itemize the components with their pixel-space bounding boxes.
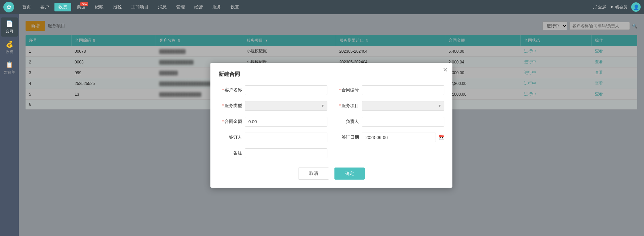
contract-icon: 📄	[6, 20, 13, 28]
form-group-contract-no: *合同编号	[335, 85, 444, 95]
contract-no-label: *合同编号	[335, 87, 359, 93]
form-group-responsible: 负责人	[335, 117, 444, 127]
form-row-1: *客户名称 *合同编号	[218, 85, 444, 95]
form-row-4: 签订人 签订日期 📅	[218, 133, 444, 142]
dialog-title: 新建合同	[218, 71, 444, 78]
app-logo: ✿	[3, 2, 14, 12]
nav-settings[interactable]: 设置	[227, 3, 243, 11]
customer-name-label: *客户名称	[218, 87, 242, 93]
form-group-remark: 备注	[218, 148, 327, 158]
dialog-footer: 取消 确定	[218, 168, 444, 180]
top-nav-right: ⛶ 全屏 ▶ 畅会员 👤	[593, 2, 641, 12]
main-layout: 📄 合同 💰 收费 📋 对账单 新增 服务项目 进行中 已完成 已终止 🔍	[0, 14, 644, 236]
nav-invoice[interactable]: 票据 new	[73, 3, 89, 11]
form-group-service-type: *服务类型 ▼	[218, 101, 327, 111]
responsible-label: 负责人	[335, 119, 359, 125]
form-row-5: 备注	[218, 148, 444, 158]
calendar-icon[interactable]: 📅	[439, 135, 444, 140]
service-type-label: *服务类型	[218, 103, 242, 109]
top-navigation: ✿ 首页 客户 收费 票据 new 记账 报税 工商项目 消息 管理 经营 服务…	[0, 0, 644, 14]
nav-billing[interactable]: 收费	[54, 3, 71, 11]
form-group-signer: 签订人	[218, 133, 327, 142]
service-type-wrapper: ▼	[245, 101, 327, 111]
form-row-3: *合同金额 负责人	[218, 117, 444, 127]
remark-input[interactable]	[245, 148, 327, 158]
sign-date-input[interactable]	[362, 133, 436, 142]
sidebar-item-billing-label: 收费	[6, 49, 13, 54]
nav-tax[interactable]: 报税	[109, 3, 126, 11]
reconciliation-icon: 📋	[6, 61, 13, 68]
new-contract-dialog: ✕ 新建合同 *客户名称 *合同编号	[210, 63, 452, 188]
amount-label: *合同金额	[218, 119, 242, 125]
form-group-amount: *合同金额	[218, 117, 327, 127]
sidebar-item-contract[interactable]: 📄 合同	[1, 17, 18, 37]
sidebar-item-reconciliation-label: 对账单	[4, 70, 15, 75]
sidebar: 📄 合同 💰 收费 📋 对账单	[0, 14, 19, 236]
nav-service[interactable]: 服务	[208, 3, 225, 11]
nav-home[interactable]: 首页	[18, 3, 35, 11]
service-item-select[interactable]	[362, 101, 444, 111]
member-btn[interactable]: ▶ 畅会员	[610, 4, 627, 10]
user-avatar[interactable]: 👤	[631, 2, 641, 12]
nav-message[interactable]: 消息	[154, 3, 171, 11]
nav-manage[interactable]: 管理	[172, 3, 189, 11]
contract-no-input[interactable]	[362, 85, 444, 95]
confirm-button[interactable]: 确定	[334, 168, 365, 180]
service-type-select[interactable]	[245, 101, 327, 111]
nav-business[interactable]: 工商项目	[127, 3, 153, 11]
form-group-customer: *客户名称	[218, 85, 327, 95]
signer-input[interactable]	[245, 133, 327, 142]
sign-date-label: 签订日期	[335, 134, 359, 140]
remark-label: 备注	[218, 150, 242, 156]
signer-label: 签订人	[218, 134, 242, 140]
billing-icon: 💰	[6, 41, 13, 48]
sidebar-item-contract-label: 合同	[6, 29, 13, 34]
customer-name-input[interactable]	[245, 85, 327, 95]
form-group-sign-date: 签订日期 📅	[335, 133, 444, 142]
cancel-button[interactable]: 取消	[298, 168, 329, 180]
form-group-service-item: *服务项目 ▼	[335, 101, 444, 111]
close-icon[interactable]: ✕	[443, 67, 448, 73]
nav-customer[interactable]: 客户	[36, 3, 53, 11]
fullscreen-btn[interactable]: ⛶ 全屏	[593, 4, 606, 10]
responsible-input[interactable]	[362, 117, 444, 127]
sidebar-item-reconciliation[interactable]: 📋 对账单	[1, 58, 18, 78]
sidebar-item-billing[interactable]: 💰 收费	[1, 38, 18, 57]
content-area: 新增 服务项目 进行中 已完成 已终止 🔍 序号 合同编码 ⇅ 客户名	[19, 14, 644, 236]
amount-input[interactable]	[245, 117, 327, 127]
nav-accounting[interactable]: 记账	[91, 3, 108, 11]
form-row-2: *服务类型 ▼ *服务项目	[218, 101, 444, 111]
nav-operation[interactable]: 经营	[190, 3, 207, 11]
service-item-label: *服务项目	[335, 103, 359, 109]
new-badge: new	[80, 2, 88, 6]
service-item-wrapper: ▼	[362, 101, 444, 111]
